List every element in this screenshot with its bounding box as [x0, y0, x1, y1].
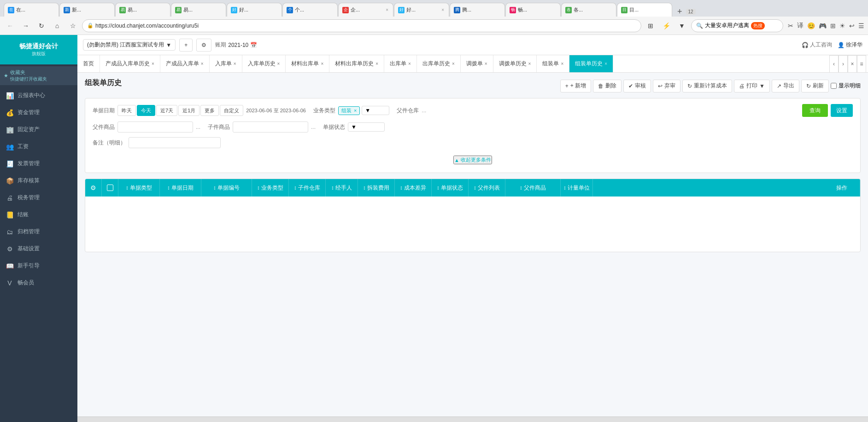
nav-tab-material-outbound-history[interactable]: 材料出库单历史 × — [329, 55, 384, 73]
forward-button[interactable]: → — [19, 19, 32, 32]
filter-parent-goods-input[interactable] — [117, 121, 193, 133]
tab-2[interactable]: 易 易... — [115, 3, 170, 17]
nav-tab-finished-goods[interactable]: 产成品入库单 × — [160, 55, 210, 73]
filter-business-type-remove[interactable]: × — [354, 108, 357, 113]
export-button[interactable]: ↗ 导出 — [772, 80, 799, 92]
nav-tab-assembly-close[interactable]: × — [561, 61, 563, 66]
sidebar-item-payroll[interactable]: 👥 工资 — [0, 138, 77, 155]
filter-business-type-dropdown[interactable]: ▼ — [362, 106, 389, 115]
filter-parent-warehouse-dots[interactable]: ... — [422, 107, 426, 114]
back-button[interactable]: ← — [4, 19, 17, 32]
company-settings-button[interactable]: ⚙ — [196, 39, 211, 52]
tab-3[interactable]: 易 易... — [171, 3, 226, 17]
sidebar-item-fixed-assets[interactable]: 🏢 固定资产 — [0, 121, 77, 138]
nav-tab-outbound-close[interactable]: × — [408, 61, 411, 66]
tab-close-7[interactable]: × — [440, 6, 445, 13]
nav-tab-next[interactable]: › — [839, 55, 848, 73]
filter-date-7days[interactable]: 近7天 — [156, 105, 177, 116]
sidebar-item-cloud-reports[interactable]: 📊 云报表中心 — [0, 87, 77, 104]
scissors-icon[interactable]: ✂ — [788, 22, 793, 29]
company-selector[interactable]: (勿删勿禁用) 江西服宝测试专用 ▼ — [83, 39, 176, 51]
filter-settings-button[interactable]: 设置 — [831, 104, 853, 117]
filter-notes-input[interactable] — [129, 137, 221, 148]
nav-tab-close-all[interactable]: × — [848, 55, 857, 73]
tab-close-6[interactable]: × — [385, 6, 389, 13]
filter-date-yesterday[interactable]: 昨天 — [117, 105, 136, 116]
table-select-all-checkbox[interactable] — [107, 185, 113, 191]
sidebar-item-guide[interactable]: 📖 新手引导 — [0, 257, 77, 274]
nav-tab-finished-goods-close[interactable]: × — [201, 61, 204, 66]
gamepad-icon[interactable]: 🎮 — [819, 22, 827, 29]
sidebar-item-tax[interactable]: 🖨 税务管理 — [0, 189, 77, 206]
nav-tab-home[interactable]: 首页 — [77, 55, 100, 73]
nav-tab-more[interactable]: ≡ — [857, 55, 866, 73]
query-button[interactable]: 查询 — [802, 104, 828, 117]
filter-parent-goods-dots[interactable]: ... — [196, 124, 200, 130]
add-button[interactable]: + + 新增 — [560, 80, 591, 92]
sidebar-item-archive[interactable]: 🗂 归档管理 — [0, 223, 77, 240]
filter-date-more[interactable]: 更多 — [200, 105, 219, 116]
qr-code-button[interactable]: ⊞ — [644, 19, 657, 32]
delete-button[interactable]: 🗑 删除 — [593, 80, 622, 92]
search-box[interactable]: 🔍 大量安卓用户逃离 热搜 — [691, 19, 783, 32]
nav-tab-transfer[interactable]: 调拨单 × — [461, 55, 493, 73]
refresh-button[interactable]: ↻ — [35, 19, 48, 32]
tab-10[interactable]: 各 各... — [561, 3, 616, 17]
nav-tab-finished-goods-history-close[interactable]: × — [152, 61, 154, 66]
nav-tab-prev[interactable]: ‹ — [829, 55, 839, 73]
print-button[interactable]: 🖨 打印 ▼ — [734, 80, 770, 92]
tab-6[interactable]: 企 企... × — [338, 3, 393, 17]
tab-1[interactable]: 新 新... — [59, 3, 115, 17]
dropdown-button[interactable]: ▼ — [675, 19, 688, 32]
apps-icon[interactable]: ⊞ — [830, 22, 836, 29]
sidebar-item-funds[interactable]: 💰 资金管理 — [0, 104, 77, 121]
home-button[interactable]: ⌂ — [51, 19, 64, 32]
abandon-button[interactable]: ↩ 弃审 — [653, 80, 680, 92]
undo-icon[interactable]: ↩ — [849, 22, 855, 29]
nav-tab-outbound-history-close[interactable]: × — [452, 61, 455, 66]
nav-tab-material-outbound-close[interactable]: × — [321, 61, 323, 66]
sidebar-item-membership[interactable]: V 畅会员 — [0, 274, 77, 291]
nav-tab-inbound-history-close[interactable]: × — [277, 61, 280, 66]
new-tab-button[interactable]: + — [675, 7, 684, 17]
nav-tab-finished-goods-history[interactable]: 产成品入库单历史 × — [100, 55, 160, 73]
nav-tab-material-outbound[interactable]: 材料出库单 × — [286, 55, 329, 73]
tab-8[interactable]: 腾 腾... — [450, 3, 505, 17]
table-settings-header[interactable]: ⚙ — [85, 179, 102, 197]
show-detail-checkbox[interactable] — [831, 83, 837, 89]
tab-9[interactable]: 畅 畅... — [505, 3, 561, 17]
add-company-button[interactable]: + — [179, 39, 193, 52]
filter-date-today[interactable]: 今天 — [137, 105, 155, 116]
tab-7[interactable]: 好 好... × — [394, 3, 449, 17]
nav-tab-inbound[interactable]: 入库单 × — [210, 55, 242, 73]
sidebar-item-settings[interactable]: ⚙ 基础设置 — [0, 240, 77, 257]
filter-child-goods-input[interactable] — [233, 121, 308, 133]
filter-order-status-dropdown[interactable]: ▼ — [348, 122, 385, 132]
nav-tab-inbound-close[interactable]: × — [234, 61, 236, 66]
filter-date-custom[interactable]: 自定义 — [220, 105, 243, 116]
approve-button[interactable]: ✔ 审核 — [623, 80, 651, 92]
nav-tab-assembly[interactable]: 组装单 × — [537, 55, 569, 73]
brightness-icon[interactable]: ☀ — [839, 22, 845, 29]
collapse-button[interactable]: ▲ 收起更多条件 — [453, 156, 492, 164]
tab-11[interactable]: 目 目... — [617, 3, 672, 17]
nav-tab-assembly-history-close[interactable]: × — [604, 61, 607, 66]
bookmark-button[interactable]: ☆ — [66, 19, 79, 32]
filter-date-1month[interactable]: 近1月 — [178, 105, 199, 116]
tab-0[interactable]: 在 在... — [4, 3, 59, 17]
url-bar[interactable]: 🔒 https://cloud.chanjet.com/accounting/u… — [82, 19, 641, 32]
tab-5[interactable]: 个 个... — [282, 3, 338, 17]
nav-tab-inbound-history[interactable]: 入库单历史 × — [242, 55, 286, 73]
emoji-icon[interactable]: 😊 — [807, 22, 815, 29]
nav-tab-outbound[interactable]: 出库单 × — [384, 55, 417, 73]
nav-tab-transfer-close[interactable]: × — [485, 61, 487, 66]
nav-tab-assembly-history[interactable]: 组装单历史 × — [569, 55, 613, 73]
recalculate-button[interactable]: ↻ 重新计算成本 — [682, 80, 732, 92]
sidebar-item-inventory[interactable]: 📦 库存核算 — [0, 172, 77, 189]
help-button[interactable]: 🎧 人工咨询 — [802, 41, 832, 49]
sidebar-favorites[interactable]: ★ 收藏夹 快捷键打开收藏夹 — [0, 66, 77, 85]
show-detail-label[interactable]: 显示明细 — [831, 82, 861, 90]
tab-4[interactable]: 好 好... — [227, 3, 282, 17]
translate-icon[interactable]: 译 — [797, 22, 803, 30]
refresh-action-button[interactable]: ↻ 刷新 — [801, 80, 829, 92]
